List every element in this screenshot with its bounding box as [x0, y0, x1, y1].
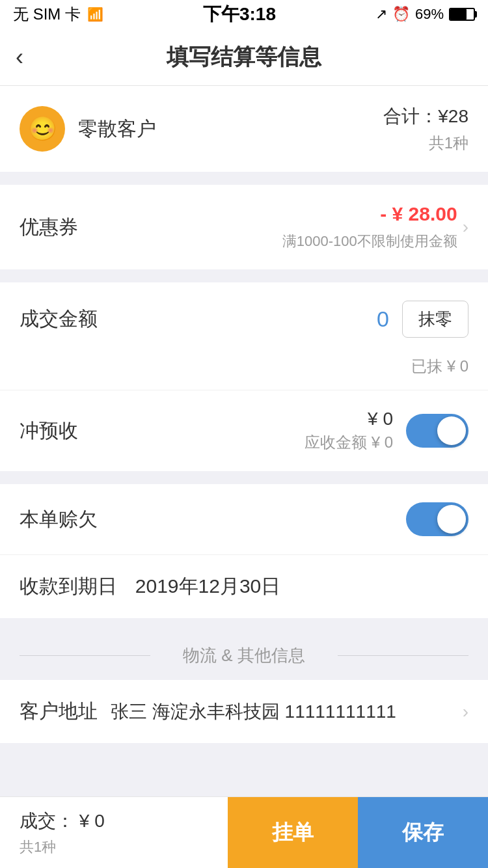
alarm-icon: ⏰ — [392, 6, 410, 23]
divider-line-right — [338, 655, 468, 656]
back-button[interactable]: ‹ — [16, 44, 23, 71]
battery-text: 69% — [415, 6, 444, 23]
coupon-chevron-icon: › — [463, 217, 468, 237]
credit-toggle[interactable] — [406, 502, 468, 536]
due-date-row: 收款到期日 2019年12月30日 — [0, 554, 488, 618]
credit-toggle-knob — [437, 505, 466, 534]
deal-right: 0 抹零 — [377, 301, 468, 338]
deal-label: 成交金额 — [20, 306, 98, 332]
deal-amount: 0 — [377, 306, 389, 332]
customer-left: 😊 零散客户 — [20, 106, 156, 152]
save-button[interactable]: 保存 — [358, 797, 488, 869]
customer-section: 😊 零散客户 合计：¥28 共1种 — [0, 86, 488, 172]
prepay-toggle[interactable] — [406, 414, 468, 448]
customer-name: 零散客户 — [78, 116, 156, 142]
address-row[interactable]: 客户地址 张三 海淀永丰科技园 11111111111 › — [0, 680, 488, 743]
divider-line-container: 物流 & 其他信息 — [0, 644, 488, 667]
address-chevron-icon: › — [463, 701, 468, 722]
prepay-label: 冲预收 — [20, 418, 78, 444]
prepay-amount: ¥ 0 — [305, 409, 393, 429]
avatar: 😊 — [20, 106, 65, 152]
status-bar: 无 SIM 卡 📶 下午3:18 ↗ ⏰ 69% — [0, 0, 488, 29]
credit-section: 本单赊欠 收款到期日 2019年12月30日 — [0, 484, 488, 618]
status-left: 无 SIM 卡 📶 — [13, 4, 103, 25]
due-date-value: 2019年12月30日 — [135, 575, 280, 597]
bottom-deal-amount: 成交： ¥ 0 — [20, 809, 208, 834]
hold-button[interactable]: 挂单 — [228, 797, 358, 869]
nav-bar: ‹ 填写结算等信息 — [0, 29, 488, 86]
logistics-divider-text: 物流 & 其他信息 — [183, 644, 305, 667]
due-date-label: 收款到期日 — [20, 575, 117, 597]
address-label: 客户地址 — [20, 698, 98, 725]
customer-right: 合计：¥28 共1种 — [383, 104, 468, 154]
status-right: ↗ ⏰ 69% — [375, 6, 475, 23]
divider-line-left — [20, 655, 150, 656]
wifi-icon: 📶 — [87, 7, 103, 22]
coupon-desc: 满1000-100不限制使用金额 — [282, 232, 457, 251]
prepay-row: 冲预收 ¥ 0 应收金额 ¥ 0 — [0, 390, 488, 471]
coupon-row[interactable]: 优惠券 - ¥ 28.00 满1000-100不限制使用金额 › — [0, 185, 488, 269]
gap-3 — [0, 471, 488, 484]
coupon-section: 优惠券 - ¥ 28.00 满1000-100不限制使用金额 › — [0, 185, 488, 269]
toggle-knob — [437, 416, 466, 445]
coupon-amount: - ¥ 28.00 — [380, 203, 457, 225]
bottom-count: 共1种 — [20, 837, 208, 857]
bottom-deal-value: ¥ 0 — [79, 811, 105, 831]
credit-label: 本单赊欠 — [20, 506, 98, 533]
coupon-right: - ¥ 28.00 满1000-100不限制使用金额 — [282, 203, 457, 251]
page-title: 填写结算等信息 — [167, 42, 321, 72]
prepay-right: ¥ 0 应收金额 ¥ 0 — [305, 409, 468, 453]
round-button[interactable]: 抹零 — [402, 301, 468, 338]
customer-row: 😊 零散客户 合计：¥28 共1种 — [0, 86, 488, 172]
customer-total: 合计：¥28 — [383, 104, 468, 129]
bottom-summary: 成交： ¥ 0 共1种 — [0, 809, 228, 857]
bottom-deal-label: 成交： — [20, 811, 74, 831]
location-icon: ↗ — [375, 6, 387, 23]
avatar-icon: 😊 — [28, 115, 57, 142]
address-section: 客户地址 张三 海淀永丰科技园 11111111111 › — [0, 680, 488, 743]
prepay-info: ¥ 0 应收金额 ¥ 0 — [305, 409, 393, 453]
status-time: 下午3:18 — [203, 2, 276, 27]
no-sim-text: 无 SIM 卡 — [13, 4, 81, 25]
credit-row: 本单赊欠 — [0, 484, 488, 554]
address-value: 张三 海淀永丰科技园 11111111111 — [111, 699, 450, 724]
bottom-bar: 成交： ¥ 0 共1种 挂单 保存 — [0, 796, 488, 868]
battery-icon — [449, 8, 475, 21]
coupon-label: 优惠券 — [20, 214, 78, 241]
prepay-receivable: 应收金额 ¥ 0 — [305, 432, 393, 453]
deal-section: 成交金额 0 抹零 已抹 ¥ 0 冲预收 ¥ 0 应收金额 ¥ 0 — [0, 282, 488, 471]
gap-2 — [0, 269, 488, 282]
gap-4 — [0, 618, 488, 631]
logistics-divider: 物流 & 其他信息 — [0, 631, 488, 680]
main-content: 😊 零散客户 合计：¥28 共1种 优惠券 - ¥ 28.00 满1000-10… — [0, 86, 488, 868]
deal-row: 成交金额 0 抹零 — [0, 282, 488, 356]
deal-sub: 已抹 ¥ 0 — [0, 356, 488, 390]
customer-count: 共1种 — [383, 133, 468, 154]
gap-1 — [0, 172, 488, 185]
